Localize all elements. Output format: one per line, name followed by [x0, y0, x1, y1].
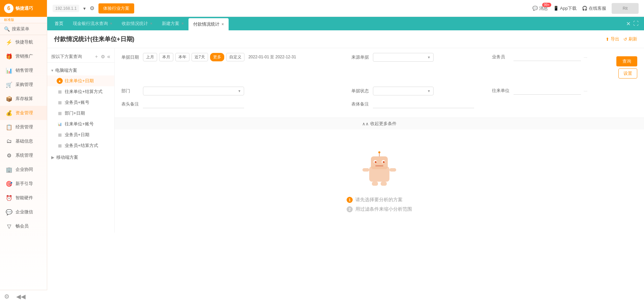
user-name: Rit	[623, 6, 628, 11]
sidebar-item-hardware[interactable]: ⏰ 智能硬件	[0, 191, 47, 205]
scheme-item-dept-date[interactable]: ▦ 部门+日期	[47, 108, 114, 119]
app-label: App下载	[560, 5, 577, 11]
date-this-year[interactable]: 本年	[175, 53, 189, 61]
collapse-sidebar-icon[interactable]: ◀◀	[16, 293, 26, 300]
table-header-label: 表头备注	[121, 101, 140, 107]
sidebar-item-quick-nav[interactable]: ⚡ 快捷导航	[0, 35, 47, 49]
tab-home[interactable]: 首页	[50, 17, 68, 30]
message-button[interactable]: 💬 消息 99+	[532, 5, 548, 11]
date-more-button[interactable]: 更多	[210, 53, 224, 61]
table-header-input[interactable]	[143, 100, 244, 108]
sidebar-item-sales[interactable]: 📊 销售管理	[0, 63, 47, 78]
refresh-button[interactable]: ↺ 刷新	[623, 36, 637, 42]
scheme-item-partner-settle-label: 往来单位+结算方式	[65, 89, 103, 95]
date-last-7-days[interactable]: 近7天	[192, 53, 208, 61]
tab-payment[interactable]: 付款情况统计 ×	[188, 18, 229, 30]
scheme-item-partner-settle[interactable]: ▦ 往来单位+结算方式	[47, 86, 114, 97]
scheme-group-mobile: ▶ 移动端方案	[47, 152, 114, 162]
empty-tip-2-text: 用过滤条件来缩小分析范围	[355, 206, 412, 212]
sidebar-item-basic[interactable]: 🗂 基础信息	[0, 134, 47, 148]
table-body-input[interactable]	[373, 100, 474, 108]
tab-cash-flow[interactable]: 现金银行流水查询 ×	[68, 17, 117, 30]
date-this-month[interactable]: 本月	[159, 53, 173, 61]
tip-num-2: 2	[347, 206, 353, 212]
sidebar-item-marketing[interactable]: 🎁 营销推广	[0, 49, 47, 63]
user-avatar[interactable]: Rit	[612, 3, 639, 14]
sidebar-item-operations[interactable]: 📋 经营管理	[0, 120, 47, 134]
partner-input[interactable]	[514, 87, 581, 95]
dept-select[interactable]: ▾	[143, 87, 244, 95]
scheme-item-partner-date-label: 往来单位+日期	[65, 78, 94, 84]
topbar-settings-icon[interactable]: ⚙	[90, 5, 94, 11]
doc-status-select[interactable]: ▾	[373, 87, 434, 95]
tab-payment-close-icon[interactable]: ×	[222, 22, 224, 27]
partner-more-icon[interactable]: ···	[584, 88, 587, 93]
date-last-month[interactable]: 上月	[143, 53, 157, 61]
sidebar-item-guide[interactable]: 🎯 新手引导	[0, 177, 47, 191]
address-dropdown-icon[interactable]: ▾	[83, 6, 86, 11]
staff-more-icon[interactable]: ···	[584, 55, 587, 60]
sidebar-label-marketing: 营销推广	[16, 53, 33, 59]
scheme-collapse-icon[interactable]: «	[107, 54, 110, 60]
tab-new-plan-close-icon[interactable]: ×	[181, 21, 184, 26]
staff-input[interactable]	[514, 53, 581, 61]
tab-collection-close-icon[interactable]: ×	[150, 21, 152, 26]
sidebar-item-member[interactable]: ▽ 畅会员	[0, 219, 47, 233]
search-menu[interactable]: 🔍 搜索菜单	[0, 23, 47, 35]
scheme-group-arrow-icon: ▾	[51, 68, 53, 73]
chevron-up-icon: ∧∧	[362, 121, 369, 126]
scheme-item-staff-account[interactable]: ▦ 业务员+账号	[47, 97, 114, 108]
main-area: 192.168.1.1 ▾ ⚙ 体验行业方案 💬 消息 99+ 📱 App下载 …	[47, 0, 644, 303]
sidebar-item-enterprise[interactable]: 🏢 企业协同	[0, 162, 47, 177]
svg-rect-9	[362, 168, 369, 172]
content-area: 付款情况统计(往来单位+日期) ⬆ 导出 ↺ 刷新	[47, 30, 644, 303]
tab-collection[interactable]: 收款情况统计 ×	[117, 17, 157, 30]
empty-tip-1: 1 请先选择要分析的方案	[347, 197, 412, 203]
scheme-item-staff-account-label: 业务员+账号	[65, 99, 89, 105]
sidebar-item-inventory[interactable]: 📦 库存核算	[0, 92, 47, 106]
member-icon: ▽	[5, 222, 13, 230]
scheme-add-icon[interactable]: ＋	[94, 54, 99, 60]
tab-cash-flow-close-icon[interactable]: ×	[110, 21, 112, 26]
scheme-group-mobile-header[interactable]: ▶ 移动端方案	[47, 152, 114, 162]
service-button[interactable]: 🎧 在线客服	[582, 5, 606, 11]
sidebar-item-capital[interactable]: 💰 资金管理	[0, 106, 47, 120]
scheme-sidebar-header: 按以下方案查询 ＋ ⚙ «	[47, 52, 114, 63]
table-header-field: 表头备注	[121, 100, 345, 108]
sidebar-item-system[interactable]: ⚙ 系统管理	[0, 148, 47, 162]
sidebar-item-wechat[interactable]: 💬 企业微信	[0, 205, 47, 219]
tab-new-plan[interactable]: 新建方案 ×	[157, 17, 188, 30]
collapse-bar[interactable]: ∧∧ 收起更多条件	[115, 118, 644, 129]
filter-row-3: 表头备注 表体备注	[121, 100, 637, 108]
trial-button[interactable]: 体验行业方案	[98, 3, 134, 13]
date-range-display: 2022-01-01 至 2022-12-31	[248, 54, 296, 60]
scheme-item-staff-settle[interactable]: ▦ 业务员+结算方式	[47, 140, 114, 151]
page-title: 付款情况统计(往来单位+日期)	[54, 35, 135, 43]
sidebar-label-inventory: 库存核算	[16, 96, 33, 102]
scheme-group-desktop-header[interactable]: ▾ 电脑端方案	[47, 65, 114, 75]
sidebar-bottom: ⚙ ◀◀	[0, 290, 47, 303]
settings-icon[interactable]: ⚙	[4, 293, 9, 300]
collapse-label: 收起更多条件	[370, 121, 397, 127]
scheme-item-partner-account-label: 往来单位+账号	[65, 121, 94, 127]
source-select[interactable]: ▾	[373, 53, 434, 62]
scheme-item-partner-date[interactable]: ● 往来单位+日期	[47, 75, 114, 86]
scheme-settings-icon[interactable]: ⚙	[101, 54, 105, 59]
filter-settings-button[interactable]: 设置	[618, 68, 637, 79]
export-button[interactable]: ⬆ 导出	[606, 36, 619, 42]
scheme-item-partner-account[interactable]: 📊 往来单位+账号	[47, 119, 114, 129]
tab-cash-flow-label: 现金银行流水查询	[73, 21, 108, 27]
filter-row-1: 单据日期 上月 本月 本年 近7天 更多 自定义 2022-01-01 至 20…	[121, 53, 637, 82]
query-button[interactable]: 查询	[616, 56, 637, 66]
scheme-item-icon3: ▦	[57, 110, 63, 116]
scheme-group-desktop: ▾ 电脑端方案 ● 往来单位+日期 ▦ 往来单位+结算方式 ▦	[47, 65, 114, 151]
scheme-item-staff-date[interactable]: ▦ 业务员+日期	[47, 129, 114, 140]
basic-icon: 🗂	[5, 138, 13, 145]
date-custom-button[interactable]: 自定义	[226, 53, 244, 61]
app-download-button[interactable]: 📱 App下载	[553, 5, 577, 11]
empty-state: 1 请先选择要分析的方案 2 用过滤条件来缩小分析范围	[115, 129, 644, 233]
sidebar-item-purchase[interactable]: 🛒 采购管理	[0, 78, 47, 92]
maximize-button[interactable]: ⛶	[633, 21, 639, 27]
close-all-tabs-button[interactable]: ✕	[626, 21, 631, 27]
quick-nav-icon: ⚡	[5, 38, 13, 46]
